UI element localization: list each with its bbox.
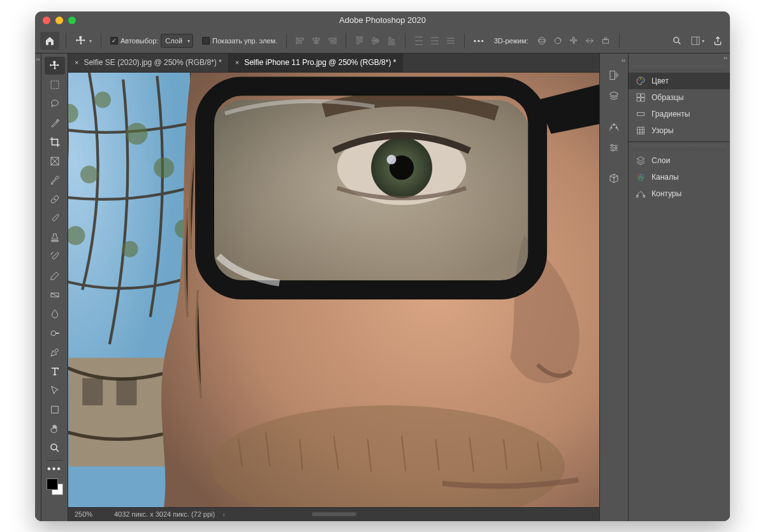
patterns-icon (635, 126, 646, 136)
path-select-tool[interactable] (45, 382, 65, 399)
panel-group-color: Цвет Образцы Градиенты Узоры (629, 62, 730, 142)
titlebar: Adobe Photoshop 2020 (35, 11, 730, 29)
frame-tool[interactable] (45, 152, 65, 170)
healing-tool[interactable] (45, 191, 65, 208)
svg-point-5 (674, 38, 679, 43)
home-button[interactable] (40, 32, 59, 50)
panel-group-layers: Слои Каналы Контуры (629, 142, 730, 205)
blur-tool[interactable] (45, 305, 65, 323)
toolbox: ••• (41, 54, 68, 521)
autoselect-control[interactable]: Автовыбор: Слой (108, 34, 196, 48)
show-controls-label: Показать упр. элем. (212, 37, 277, 45)
3d-orbit-button[interactable] (535, 34, 549, 48)
panel-channels-label: Каналы (652, 173, 679, 182)
sliders-icon (608, 142, 620, 154)
panel-item-paths[interactable]: Контуры (629, 185, 730, 202)
app-window: Adobe Photoshop 2020 ▾ Автовыбор: Слой П… (35, 11, 730, 521)
align-left-button[interactable] (293, 34, 307, 48)
brush-tool[interactable] (45, 210, 65, 227)
align-center-v-button[interactable] (368, 34, 382, 48)
document-tab-1[interactable]: × Selfie iPhone 11 Pro.jpg @ 250% (RGB/8… (229, 54, 404, 72)
3d-scale-button[interactable] (599, 34, 613, 48)
svg-point-16 (94, 91, 111, 108)
move-tool[interactable] (45, 57, 65, 75)
dist-top-button[interactable] (412, 34, 426, 48)
status-chevron-icon[interactable]: › (222, 510, 225, 518)
3d-slide-button[interactable] (583, 34, 597, 48)
align-center-h-button[interactable] (309, 34, 323, 48)
options-right: ▾ (670, 34, 725, 48)
zoom-level[interactable]: 250% (75, 510, 106, 518)
3d-pan-button[interactable] (567, 34, 581, 48)
align-group-2 (353, 34, 398, 48)
collapse-left-icon[interactable]: ›› (36, 56, 40, 62)
collapse-right-strip-icon[interactable]: ‹‹ (622, 57, 625, 64)
foreground-color[interactable] (47, 478, 58, 490)
distribute-group (412, 34, 458, 48)
panel-item-color[interactable]: Цвет (629, 73, 730, 89)
svg-rect-12 (51, 406, 58, 413)
stamp-tool[interactable] (45, 229, 65, 247)
search-icon (672, 36, 682, 46)
canvas-viewport[interactable] (68, 73, 599, 507)
autoselect-checkbox[interactable] (110, 37, 118, 45)
align-right-button[interactable] (325, 34, 339, 48)
adjustments-panel-button[interactable] (604, 117, 624, 136)
close-tab-0-icon[interactable]: × (75, 59, 78, 66)
zoom-tool[interactable] (45, 439, 65, 457)
properties-panel-button[interactable] (604, 66, 624, 85)
svg-point-36 (616, 127, 617, 128)
align-bottom-button[interactable] (384, 34, 398, 48)
history-brush-tool[interactable] (45, 248, 65, 266)
styles-panel-button[interactable] (604, 138, 624, 157)
svg-rect-6 (692, 37, 699, 45)
type-tool[interactable] (45, 363, 65, 380)
status-bar: 250% 4032 пикс. x 3024 пикс. (72 ppi) › (68, 507, 599, 521)
3d-panel-button[interactable] (604, 169, 624, 188)
hand-tool[interactable] (45, 420, 65, 438)
svg-rect-44 (641, 94, 645, 97)
color-swatch[interactable] (47, 478, 63, 495)
eraser-tool[interactable] (45, 267, 65, 285)
align-top-button[interactable] (353, 34, 367, 48)
share-button[interactable] (711, 34, 725, 48)
lasso-tool[interactable] (45, 95, 65, 113)
3d-roll-button[interactable] (551, 34, 565, 48)
panel-item-patterns[interactable]: Узоры (629, 122, 730, 139)
autoselect-dropdown[interactable]: Слой (161, 34, 193, 48)
options-bar: ▾ Автовыбор: Слой Показать упр. элем. (35, 29, 730, 54)
eyedropper-tool[interactable] (45, 171, 65, 189)
panel-item-channels[interactable]: Каналы (629, 169, 730, 185)
show-controls-checkbox[interactable] (202, 37, 210, 45)
search-button[interactable] (670, 34, 684, 48)
panel-item-gradients[interactable]: Градиенты (629, 106, 730, 122)
svg-rect-7 (51, 81, 59, 89)
svg-rect-43 (637, 94, 640, 97)
mode3d-label-item: 3D-режим: (492, 37, 531, 45)
magic-wand-tool[interactable] (45, 114, 65, 132)
panel-item-layers[interactable]: Слои (629, 152, 730, 169)
shape-tool[interactable] (45, 401, 65, 419)
show-controls[interactable]: Показать упр. элем. (200, 37, 280, 45)
pen-tool[interactable] (45, 343, 65, 361)
libraries-panel-button[interactable] (604, 87, 624, 106)
workspace-button[interactable]: ▾ (690, 34, 704, 48)
dist-center-button[interactable] (428, 34, 442, 48)
panel-item-swatches[interactable]: Образцы (629, 89, 730, 106)
close-tab-1-icon[interactable]: × (235, 59, 239, 66)
gradient-tool[interactable] (45, 286, 65, 304)
dist-bottom-button[interactable] (444, 34, 458, 48)
svg-rect-46 (641, 97, 645, 101)
dodge-tool[interactable] (45, 324, 65, 342)
crop-tool[interactable] (45, 133, 65, 151)
horizontal-scrollbar[interactable] (312, 512, 356, 516)
svg-point-13 (51, 444, 57, 450)
move-tool-indicator[interactable]: ▾ (73, 35, 94, 47)
mode3d-label: 3D-режим: (494, 37, 528, 45)
marquee-tool[interactable] (45, 76, 65, 94)
more-options-button[interactable]: ••• (471, 37, 488, 45)
collapse-panels-icon[interactable]: ‹‹ (724, 55, 727, 61)
doc-dimensions[interactable]: 4032 пикс. x 3024 пикс. (72 ppi) (114, 510, 215, 518)
document-tab-0[interactable]: × Selfie SE (2020).jpg @ 250% (RGB/8*) * (68, 54, 229, 72)
edit-toolbar-button[interactable]: ••• (45, 464, 65, 474)
